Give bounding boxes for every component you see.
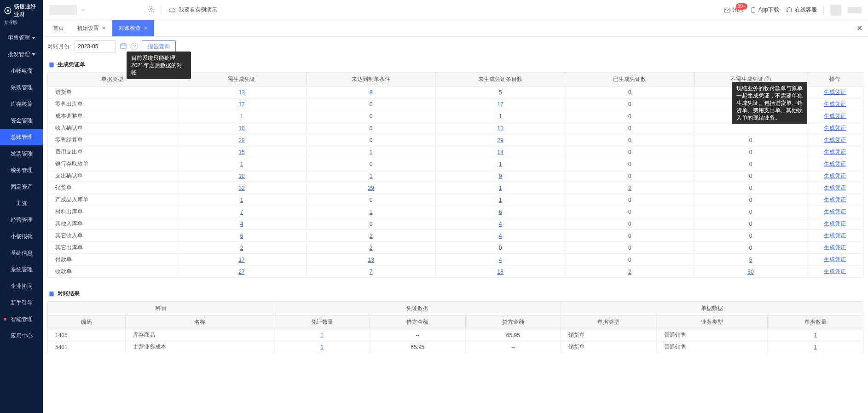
- close-icon[interactable]: ✕: [144, 25, 148, 31]
- cell-link[interactable]: 14: [498, 149, 503, 155]
- sidebar-item-18[interactable]: 应用中心: [0, 327, 43, 344]
- close-icon[interactable]: ✕: [102, 25, 106, 31]
- org-selector[interactable]: [49, 5, 141, 15]
- help-icon[interactable]: ?: [131, 43, 138, 50]
- cell-link[interactable]: 1: [320, 344, 324, 350]
- cell-link[interactable]: 1: [320, 332, 324, 338]
- cell-link[interactable]: 4: [499, 233, 502, 239]
- sidebar-item-4[interactable]: 库存核算: [0, 96, 43, 112]
- generate-voucher-link[interactable]: 生成凭证: [824, 172, 846, 179]
- sidebar-item-12[interactable]: 小畅报销: [0, 228, 43, 245]
- cell-link[interactable]: 29: [498, 137, 503, 143]
- generate-voucher-link[interactable]: 生成凭证: [824, 244, 846, 251]
- sidebar-item-7[interactable]: 发票管理: [0, 145, 43, 162]
- cell-link[interactable]: 29: [238, 137, 244, 143]
- cell-link[interactable]: 8: [370, 89, 373, 96]
- cell-link[interactable]: 30: [747, 269, 753, 275]
- cell-link[interactable]: 15: [238, 149, 244, 155]
- cell-link[interactable]: 2: [370, 245, 373, 251]
- generate-voucher-link[interactable]: 生成凭证: [824, 256, 846, 263]
- report-query-button[interactable]: 报告查询: [142, 40, 176, 52]
- tab-1[interactable]: 初始设置✕: [70, 20, 112, 36]
- tab-0[interactable]: 首页: [46, 20, 70, 36]
- generate-voucher-link[interactable]: 生成凭证: [824, 196, 846, 203]
- avatar[interactable]: [830, 5, 841, 16]
- messages-button[interactable]: 消息 99+: [723, 6, 744, 14]
- demo-link[interactable]: 我要看实例演示: [168, 6, 217, 14]
- cell-link[interactable]: 2: [240, 245, 243, 251]
- cell-link[interactable]: 18: [498, 269, 503, 275]
- generate-voucher-link[interactable]: 生成凭证: [824, 220, 846, 227]
- cell-link[interactable]: 4: [499, 221, 502, 227]
- cell-link[interactable]: 1: [499, 185, 502, 191]
- gear-icon[interactable]: [148, 6, 155, 14]
- sidebar-item-15[interactable]: 企业协同: [0, 278, 43, 294]
- cell-link[interactable]: 1: [370, 209, 373, 215]
- customer-service-button[interactable]: 在线客服: [786, 6, 817, 14]
- generate-voucher-link[interactable]: 生成凭证: [824, 232, 846, 239]
- sidebar-item-9[interactable]: 固定资产: [0, 178, 43, 195]
- sidebar-item-0[interactable]: 零售管理: [0, 29, 43, 46]
- cell-link[interactable]: 1: [499, 161, 502, 167]
- cell-link[interactable]: 13: [368, 257, 374, 263]
- cell-link[interactable]: 2: [628, 185, 631, 191]
- cell-link[interactable]: 9: [499, 173, 502, 179]
- sidebar-item-8[interactable]: 税务管理: [0, 162, 43, 178]
- cell-link[interactable]: 2: [628, 269, 631, 275]
- generate-voucher-link[interactable]: 生成凭证: [824, 184, 846, 191]
- cell-link[interactable]: 5: [749, 257, 752, 263]
- cell-link[interactable]: 10: [238, 125, 244, 132]
- sidebar-item-16[interactable]: 新手引导: [0, 294, 43, 311]
- cell-link[interactable]: 17: [498, 101, 503, 108]
- sidebar-item-2[interactable]: 小畅电商: [0, 63, 43, 79]
- calendar-icon[interactable]: [120, 42, 127, 51]
- cell-link[interactable]: 2: [370, 233, 373, 239]
- cell-link[interactable]: 10: [238, 173, 244, 179]
- sidebar-item-1[interactable]: 批发管理: [0, 46, 43, 63]
- cell-link[interactable]: 6: [499, 209, 502, 215]
- cell-link[interactable]: 1: [370, 149, 373, 155]
- cell-link[interactable]: 17: [238, 257, 244, 263]
- cell-link[interactable]: 32: [238, 185, 244, 191]
- cell-link[interactable]: 1: [240, 197, 243, 203]
- sidebar-item-11[interactable]: 经营管理: [0, 212, 43, 228]
- cell-link[interactable]: 7: [370, 269, 373, 275]
- cell-link[interactable]: 1: [240, 113, 243, 120]
- cell-link[interactable]: 1: [499, 113, 502, 120]
- cell-link[interactable]: 5: [499, 89, 502, 96]
- sidebar-item-14[interactable]: 系统管理: [0, 261, 43, 278]
- sidebar-item-5[interactable]: 资金管理: [0, 112, 43, 129]
- generate-voucher-link[interactable]: 生成凭证: [824, 89, 846, 95]
- sidebar-item-10[interactable]: 工资: [0, 195, 43, 212]
- generate-voucher-link[interactable]: 生成凭证: [824, 161, 846, 167]
- cell-link[interactable]: 1: [240, 161, 243, 167]
- cell-link[interactable]: 10: [498, 125, 503, 132]
- cell-link[interactable]: 1: [370, 173, 373, 179]
- cell-link[interactable]: 17: [238, 101, 244, 108]
- cell-link[interactable]: 1: [814, 344, 817, 350]
- cell-link[interactable]: 7: [240, 209, 243, 215]
- cell-link[interactable]: 27: [238, 269, 244, 275]
- cell-link[interactable]: 4: [240, 221, 243, 227]
- sidebar-item-3[interactable]: 采购管理: [0, 79, 43, 96]
- cell-link[interactable]: 13: [238, 89, 244, 96]
- generate-voucher-link[interactable]: 生成凭证: [824, 101, 846, 107]
- cell-link[interactable]: 4: [499, 257, 502, 263]
- cell-link[interactable]: 6: [240, 233, 243, 239]
- cell-link[interactable]: 1: [814, 332, 817, 338]
- generate-voucher-link[interactable]: 生成凭证: [824, 149, 846, 155]
- cell-link[interactable]: 1: [499, 197, 502, 203]
- close-all-tabs[interactable]: ✕: [854, 20, 865, 36]
- sidebar-item-6[interactable]: 总账管理: [0, 129, 43, 145]
- generate-voucher-link[interactable]: 生成凭证: [824, 137, 846, 143]
- app-download-button[interactable]: App下载: [750, 6, 779, 14]
- month-input[interactable]: 2023-05: [75, 40, 116, 52]
- sidebar-item-13[interactable]: 基础信息: [0, 245, 43, 261]
- generate-voucher-link[interactable]: 生成凭证: [824, 125, 846, 131]
- cell-link[interactable]: 29: [368, 185, 374, 191]
- generate-voucher-link[interactable]: 生成凭证: [824, 208, 846, 215]
- generate-voucher-link[interactable]: 生成凭证: [824, 113, 846, 119]
- generate-voucher-link[interactable]: 生成凭证: [824, 268, 846, 275]
- sidebar-item-17[interactable]: 智能管理: [0, 311, 43, 327]
- tab-2[interactable]: 对账检查✕: [112, 20, 154, 36]
